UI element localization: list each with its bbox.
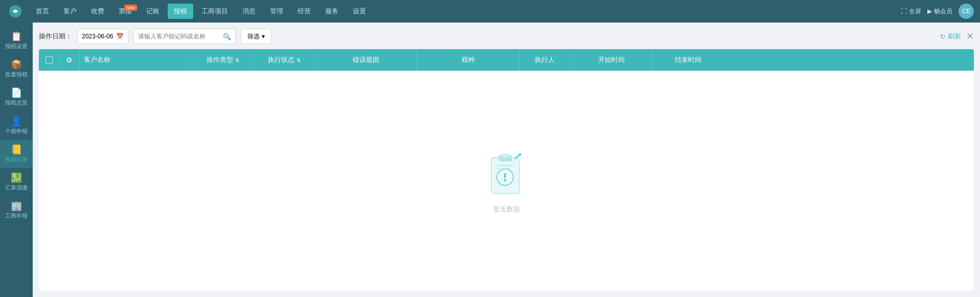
filter-button[interactable]: 筛选 ▾ — [241, 29, 271, 44]
sidebar-item-报税记录[interactable]: 📒报税记录 — [0, 140, 33, 168]
sidebar-item-报税设置[interactable]: 📋报税设置 — [0, 27, 33, 55]
member-icon: ▶ — [927, 8, 932, 15]
nav-item-消息[interactable]: 消息 — [236, 4, 262, 19]
refresh-button[interactable]: ↻ 刷新 — [940, 32, 961, 41]
sidebar-icon-报税记录: 📒 — [11, 145, 22, 154]
top-nav: 首页客户收费票据new记账报税工商项目消息管理经营服务设置 ⛶ 全屏 ▶ 畅会员… — [0, 0, 980, 23]
top-nav-right: ⛶ 全屏 ▶ 畅会员 CE — [901, 4, 974, 19]
th-tax: 税种 — [417, 49, 519, 71]
th-error: 错误股因 — [315, 49, 417, 71]
empty-state: 暂无数据 — [39, 71, 974, 291]
table-container: ⚙ 客户名称 操作类型 ⇅ 执行状态 ⇅ 错误股因 税种 — [39, 49, 974, 291]
avatar[interactable]: CE — [959, 4, 974, 19]
sidebar-icon-报税设置: 📋 — [11, 32, 22, 41]
date-input[interactable]: 2023-06-06 📅 — [77, 29, 128, 44]
main-layout: 📋报税设置📦批量报税📄报税总览👤个税申报📒报税记录💹汇算清缴🏢工商年报 操作日期… — [0, 23, 980, 297]
date-label: 操作日期： — [39, 32, 72, 41]
svg-point-7 — [504, 179, 506, 182]
svg-rect-9 — [496, 168, 511, 169]
fullscreen-button[interactable]: ⛶ 全屏 — [901, 7, 921, 16]
nav-item-收费[interactable]: 收费 — [85, 4, 110, 19]
fullscreen-label: 全屏 — [909, 7, 921, 16]
sidebar-icon-工商年报: 🏢 — [11, 201, 22, 210]
svg-rect-6 — [504, 173, 506, 178]
close-button[interactable]: ✕ — [966, 32, 974, 41]
th-start-time: 开始时间 — [571, 49, 652, 71]
nav-items: 首页客户收费票据new记账报税工商项目消息管理经营服务设置 — [30, 4, 901, 19]
empty-illustration — [484, 147, 530, 199]
nav-item-记账[interactable]: 记账 — [140, 4, 166, 19]
sidebar-icon-个税申报: 👤 — [11, 117, 22, 126]
sort-status-icon[interactable]: ⇅ — [297, 57, 301, 63]
th-checkbox[interactable] — [39, 49, 59, 71]
th-executor: 执行人 — [519, 49, 571, 71]
sidebar-item-报税总览[interactable]: 📄报税总览 — [0, 83, 33, 111]
settings-icon[interactable]: ⚙ — [66, 56, 73, 64]
empty-text: 暂无数据 — [493, 205, 520, 214]
sidebar-icon-批量报税: 📦 — [11, 60, 22, 69]
sidebar-icon-报税总览: 📄 — [11, 88, 22, 97]
select-all-checkbox[interactable] — [45, 56, 53, 63]
sidebar-item-个税申报[interactable]: 👤个税申报 — [0, 112, 33, 140]
refresh-label: 刷新 — [948, 32, 961, 41]
th-name: 客户名称 — [80, 49, 192, 71]
sidebar-label-报税总览: 报税总览 — [5, 99, 28, 106]
nav-item-设置[interactable]: 设置 — [347, 4, 372, 19]
sidebar-item-工商年报[interactable]: 🏢工商年报 — [0, 196, 33, 224]
th-type: 操作类型 ⇅ — [192, 49, 254, 71]
nav-badge: new — [124, 5, 137, 11]
sidebar-label-报税设置: 报税设置 — [5, 43, 28, 50]
nav-item-首页[interactable]: 首页 — [30, 4, 55, 19]
th-status: 执行状态 ⇅ — [254, 49, 315, 71]
nav-item-报税[interactable]: 报税 — [168, 4, 193, 19]
sidebar-item-批量报税[interactable]: 📦批量报税 — [0, 55, 33, 83]
nav-item-工商项目[interactable]: 工商项目 — [195, 4, 234, 19]
nav-item-服务[interactable]: 服务 — [319, 4, 345, 19]
search-box: 🔍 — [133, 29, 236, 44]
sidebar-label-汇算清缴: 汇算清缴 — [5, 184, 28, 191]
sidebar: 📋报税设置📦批量报税📄报税总览👤个税申报📒报税记录💹汇算清缴🏢工商年报 — [0, 23, 33, 297]
sidebar-label-工商年报: 工商年报 — [5, 213, 28, 219]
table-body: 暂无数据 — [39, 71, 974, 291]
member-button[interactable]: ▶ 畅会员 — [927, 7, 952, 16]
calendar-icon: 📅 — [116, 33, 124, 40]
sidebar-label-报税记录: 报税记录 — [5, 156, 28, 163]
th-settings: ⚙ — [59, 49, 80, 71]
member-label: 畅会员 — [934, 7, 952, 16]
search-input[interactable] — [138, 33, 223, 40]
logo — [6, 2, 25, 20]
toolbar: 操作日期： 2023-06-06 📅 🔍 筛选 ▾ ↻ 刷新 ✕ — [39, 29, 974, 44]
sidebar-item-汇算清缴[interactable]: 💹汇算清缴 — [0, 168, 33, 196]
svg-rect-8 — [496, 165, 514, 166]
filter-label: 筛选 — [247, 32, 260, 41]
sort-type-icon[interactable]: ⇅ — [235, 57, 239, 63]
sidebar-icon-汇算清缴: 💹 — [11, 173, 22, 182]
nav-item-客户[interactable]: 客户 — [57, 4, 83, 19]
search-icon[interactable]: 🔍 — [223, 33, 231, 40]
content: 操作日期： 2023-06-06 📅 🔍 筛选 ▾ ↻ 刷新 ✕ — [33, 23, 980, 297]
sidebar-label-个税申报: 个税申报 — [5, 128, 28, 135]
nav-item-管理[interactable]: 管理 — [264, 4, 289, 19]
table-header: ⚙ 客户名称 操作类型 ⇅ 执行状态 ⇅ 错误股因 税种 — [39, 49, 974, 71]
refresh-icon: ↻ — [940, 33, 946, 40]
date-value: 2023-06-06 — [82, 33, 113, 40]
nav-item-经营[interactable]: 经营 — [291, 4, 317, 19]
nav-item-票据[interactable]: 票据new — [112, 4, 138, 19]
chevron-down-icon: ▾ — [262, 33, 265, 40]
th-end-time: 结束时间 — [652, 49, 724, 71]
svg-rect-3 — [502, 154, 509, 158]
sidebar-label-批量报税: 批量报税 — [5, 71, 28, 78]
fullscreen-icon: ⛶ — [901, 8, 907, 15]
